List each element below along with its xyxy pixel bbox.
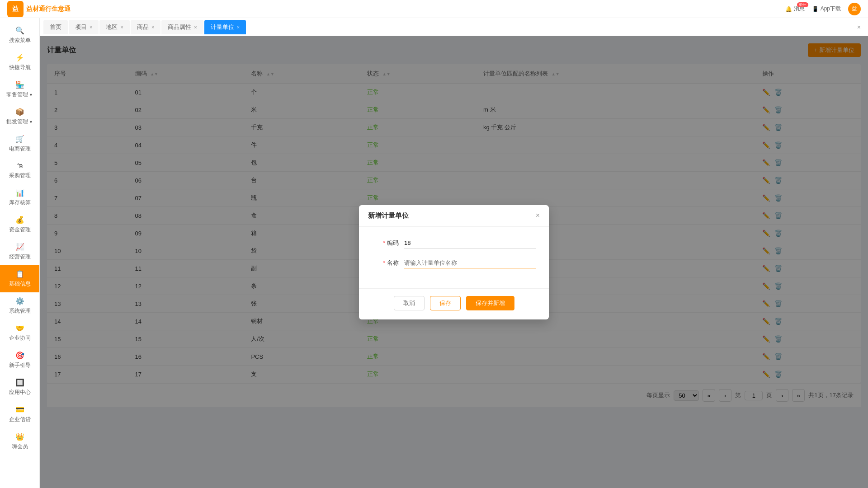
avatar[interactable]: 益 — [848, 3, 861, 15]
cancel-button[interactable]: 取消 — [394, 296, 425, 310]
app-download-label: App下载 — [821, 5, 841, 13]
tab-regions-label: 地区 — [106, 23, 118, 31]
partner-icon: 🤝 — [15, 324, 24, 333]
sidebar-label-wholesale: 批发管理 — [6, 118, 28, 126]
top-bar-left: 益 益材通行生意通 — [7, 1, 71, 17]
tab-home[interactable]: 首页 — [43, 20, 68, 34]
info-icon: 📋 — [15, 270, 24, 278]
system-icon: ⚙️ — [15, 297, 24, 305]
tab-projects[interactable]: 项目 × — [69, 20, 99, 34]
tab-home-label: 首页 — [50, 23, 61, 31]
bell-icon: 🔔 — [785, 6, 792, 12]
name-label: 名称 — [372, 259, 399, 267]
sidebar-item-purchase[interactable]: 🛍 采购管理 — [0, 157, 39, 184]
sidebar-label-basic-info: 基础信息 — [9, 280, 31, 288]
save-continue-button[interactable]: 保存并新增 — [466, 296, 514, 310]
sidebar-label-business: 经营管理 — [9, 253, 31, 261]
search-icon: 🔍 — [15, 26, 24, 35]
tab-measure-units-label: 计量单位 — [211, 23, 234, 31]
sidebar-item-wholesale[interactable]: 📦 批发管理 ▼ — [0, 103, 39, 130]
modal-title: 新增计量单位 — [368, 211, 409, 220]
chevron-down-icon2: ▼ — [29, 120, 33, 124]
sidebar-item-newbie[interactable]: 🎯 新手引导 — [0, 347, 39, 374]
page-content: 计量单位 + 新增计量单位 序号 编码 ▲▼ — [40, 36, 868, 488]
modal-footer: 取消 保存 保存并新增 — [359, 288, 549, 319]
sidebar-item-finance[interactable]: 💰 资金管理 — [0, 211, 39, 238]
sidebar-item-inventory[interactable]: 📊 库存核算 — [0, 184, 39, 211]
notification-badge: 99+ — [797, 2, 808, 7]
lightning-icon: ⚡ — [15, 53, 24, 62]
sidebar-item-basic-info[interactable]: 📋 基础信息 — [0, 265, 39, 292]
save-button[interactable]: 保存 — [430, 296, 461, 310]
app-center-icon: 🔲 — [15, 378, 24, 387]
shop-icon: 🏪 — [15, 80, 24, 89]
tab-measure-units[interactable]: 计量单位 × — [204, 20, 246, 34]
sidebar-label-finance: 资金管理 — [9, 226, 31, 234]
wholesale-icon: 📦 — [15, 108, 24, 116]
logo-icon: 益 — [7, 1, 24, 17]
tab-products-label: 商品 — [137, 23, 149, 31]
tab-measure-units-close[interactable]: × — [237, 24, 240, 30]
tab-product-attrs-close[interactable]: × — [194, 24, 197, 30]
sidebar-label-quick-nav: 快捷导航 — [9, 64, 31, 71]
ecommerce-icon: 🛒 — [15, 135, 24, 143]
purchase-icon: 🛍 — [16, 162, 24, 170]
tab-projects-label: 项目 — [75, 23, 87, 31]
finance-icon: 💰 — [15, 216, 24, 224]
tab-products-close[interactable]: × — [151, 24, 154, 30]
modal-overlay: 新增计量单位 × 编码 名称 — [40, 36, 868, 488]
sidebar-label-membership: 嗨会员 — [12, 443, 28, 450]
membership-icon: 👑 — [15, 432, 24, 441]
tab-regions-close[interactable]: × — [120, 24, 123, 30]
inventory-icon: 📊 — [15, 188, 24, 197]
sidebar-label-partner: 企业协同 — [9, 334, 31, 342]
tabs-close-all-btn[interactable]: × — [854, 23, 864, 31]
tab-regions[interactable]: 地区 × — [99, 20, 129, 34]
logo-text: 益材通行生意通 — [26, 5, 71, 13]
modal-close-btn[interactable]: × — [536, 211, 540, 220]
tab-product-attrs[interactable]: 商品属性 × — [161, 20, 203, 34]
chevron-down-icon: ▼ — [29, 93, 33, 97]
sidebar-item-partner[interactable]: 🤝 企业协同 — [0, 319, 39, 347]
sidebar-item-search-menu[interactable]: 🔍 搜索菜单 — [0, 22, 39, 49]
download-icon: 📱 — [812, 6, 819, 12]
tab-product-attrs-label: 商品属性 — [168, 23, 191, 31]
tab-projects-close[interactable]: × — [90, 24, 92, 30]
modal-body: 编码 名称 — [359, 227, 549, 288]
sidebar-item-quick-nav[interactable]: ⚡ 快捷导航 — [0, 49, 39, 76]
logo-area: 益 益材通行生意通 — [7, 1, 71, 17]
business-icon: 📈 — [15, 243, 24, 251]
app-layout: 益 益材通行生意通 🔔 消息 99+ 📱 App下载 益 🔍 搜索菜单 — [0, 0, 868, 488]
tab-products[interactable]: 商品 × — [131, 20, 160, 34]
sidebar: 🔍 搜索菜单 ⚡ 快捷导航 🏪 零售管理 ▼ 📦 批发管理 ▼ — [0, 18, 40, 488]
sidebar-item-retail[interactable]: 🏪 零售管理 ▼ — [0, 76, 39, 103]
sidebar-label-retail: 零售管理 — [6, 91, 28, 99]
form-row-name: 名称 — [372, 258, 536, 268]
sidebar-item-ecommerce[interactable]: 🛒 电商管理 — [0, 130, 39, 157]
tabs-bar: 首页 项目 × 地区 × 商品 × 商品属性 × — [40, 18, 868, 36]
credit-icon: 💳 — [15, 405, 24, 414]
sidebar-label-company-credit: 企业信贷 — [9, 416, 31, 423]
top-bar-right: 🔔 消息 99+ 📱 App下载 益 — [785, 3, 861, 15]
sidebar-label-purchase: 采购管理 — [9, 172, 31, 179]
top-bar: 益 益材通行生意通 🔔 消息 99+ 📱 App下载 益 — [0, 0, 868, 18]
code-input[interactable] — [404, 238, 536, 249]
name-input[interactable] — [404, 258, 536, 268]
notification-btn[interactable]: 🔔 消息 99+ — [785, 5, 805, 13]
newbie-icon: 🎯 — [15, 351, 24, 360]
sidebar-item-business[interactable]: 📈 经营管理 — [0, 238, 39, 265]
modal-header: 新增计量单位 × — [359, 205, 549, 227]
content-area: 首页 项目 × 地区 × 商品 × 商品属性 × — [40, 18, 868, 488]
sidebar-label-newbie: 新手引导 — [9, 361, 31, 369]
form-row-code: 编码 — [372, 238, 536, 249]
sidebar-item-company-credit[interactable]: 💳 企业信贷 — [0, 401, 39, 428]
sidebar-label-app-center: 应用中心 — [9, 389, 31, 396]
sidebar-item-system[interactable]: ⚙️ 系统管理 — [0, 292, 39, 319]
code-label: 编码 — [372, 239, 399, 247]
sidebar-label-system: 系统管理 — [9, 307, 31, 315]
app-download-btn[interactable]: 📱 App下载 — [812, 5, 841, 13]
sidebar-label-search-menu: 搜索菜单 — [9, 37, 31, 44]
sidebar-item-membership[interactable]: 👑 嗨会员 — [0, 428, 39, 455]
sidebar-label-ecommerce: 电商管理 — [9, 145, 31, 153]
sidebar-item-app-center[interactable]: 🔲 应用中心 — [0, 374, 39, 401]
